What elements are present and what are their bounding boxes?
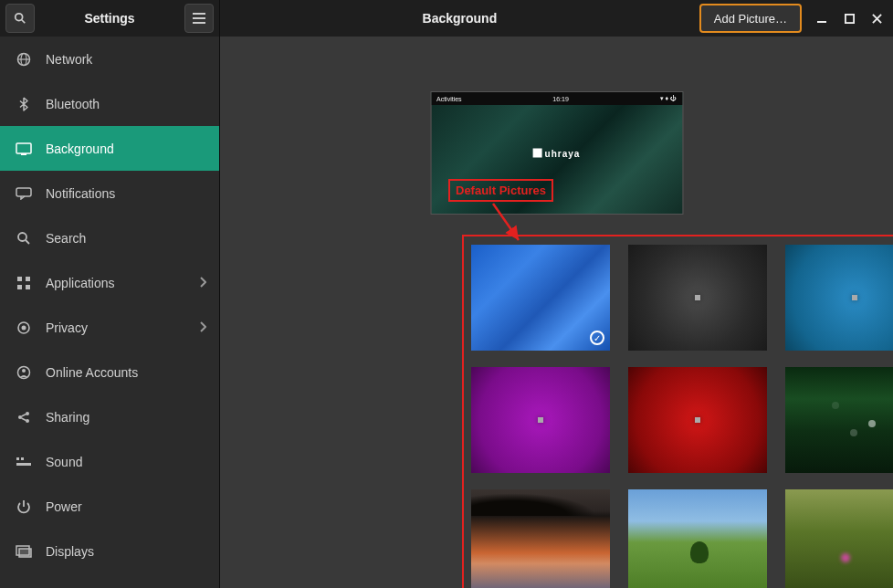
close-icon [872,14,882,24]
sidebar-item-label: Notifications [46,186,206,201]
sidebar-item-notifications[interactable]: Notifications [0,171,219,215]
titlebar-right: Background Add Picture… [220,0,893,37]
svg-rect-17 [26,285,30,289]
minimize-icon [816,13,827,24]
preview-topbar: Activities 16:19 ▾ ♦ ⏻ [431,92,682,105]
svg-rect-3 [845,14,853,22]
chevron-right-icon [199,320,206,335]
wallpaper-thumb-green-hill[interactable] [628,489,767,588]
sidebar: Network Bluetooth Background Notificatio… [0,37,220,588]
svg-point-24 [26,419,29,423]
svg-rect-11 [16,188,31,196]
svg-rect-14 [17,277,22,281]
wallpaper-thumb-red-radial[interactable] [628,367,767,473]
wallpaper-thumb-grass-flower[interactable] [785,489,893,588]
svg-line-26 [22,418,26,421]
applications-icon [13,272,35,294]
wallpaper-thumb-blue-geometric[interactable]: ✓ [471,245,610,351]
selected-check-icon: ✓ [590,331,604,345]
svg-point-12 [18,233,26,241]
preview-topbar-left: Activities [436,96,462,102]
svg-line-13 [26,240,29,244]
maximize-icon [845,14,855,24]
chevron-right-icon [199,276,206,290]
preview-brand: uhraya [533,148,581,158]
sidebar-item-displays[interactable]: Displays [0,529,219,573]
power-icon [13,496,35,518]
titlebar-left: Settings [0,0,220,37]
sidebar-item-bluetooth[interactable]: Bluetooth [0,81,219,126]
window-controls [814,11,884,26]
svg-rect-16 [17,285,22,289]
add-picture-button[interactable]: Add Picture… [699,4,802,33]
sidebar-item-applications[interactable]: Applications [0,260,219,305]
svg-point-23 [26,412,29,415]
menu-button[interactable] [184,4,214,33]
sidebar-item-online-accounts[interactable]: Online Accounts [0,350,219,394]
notifications-icon [13,183,35,205]
center-dot-icon [538,417,543,423]
privacy-icon [13,317,35,339]
svg-point-19 [22,325,26,330]
preview-topbar-icons: ▾ ♦ ⏻ [660,95,677,102]
wallpaper-thumb-dark-grey-radial[interactable] [628,245,767,351]
svg-rect-2 [817,21,826,23]
search-icon [13,227,35,249]
svg-point-21 [22,369,26,373]
sidebar-item-sound[interactable]: Sound [0,439,219,484]
sidebar-item-label: Sound [46,455,206,469]
sound-icon [13,451,35,473]
svg-rect-27 [16,457,19,460]
sidebar-item-label: Displays [46,544,206,559]
sidebar-item-search[interactable]: Search [0,215,219,260]
svg-rect-15 [26,277,30,281]
preview-topbar-time: 16:19 [552,96,569,102]
minimize-button[interactable] [814,11,829,26]
sidebar-item-label: Sharing [46,410,206,425]
center-dot-icon [695,295,700,300]
svg-rect-32 [19,549,31,557]
svg-line-25 [22,414,26,416]
sidebar-item-background[interactable]: Background [0,126,219,171]
svg-rect-10 [21,153,26,155]
search-button[interactable] [5,4,35,33]
wallpaper-thumb-blue-radial[interactable] [785,245,893,351]
bluetooth-icon [13,93,35,115]
sidebar-item-label: Search [46,231,206,246]
close-button[interactable] [869,11,884,26]
svg-rect-28 [21,457,24,460]
hamburger-icon [193,13,205,24]
wallpaper-thumb-sunset-tree[interactable] [471,489,610,588]
search-icon [14,12,26,25]
sidebar-item-network[interactable]: Network [0,37,219,81]
svg-line-1 [22,20,26,24]
sidebar-title: Settings [35,11,184,26]
sharing-icon [13,406,35,428]
sidebar-item-label: Background [46,142,206,156]
sidebar-item-power[interactable]: Power [0,484,219,529]
wallpaper-grid: ✓ [471,245,893,588]
maximize-button[interactable] [842,11,856,26]
sidebar-item-label: Privacy [46,320,199,335]
globe-icon [13,48,35,70]
sidebar-item-privacy[interactable]: Privacy [0,305,219,350]
online-accounts-icon [13,362,35,383]
sidebar-item-label: Applications [46,276,199,290]
add-picture-label: Add Picture… [714,12,787,26]
svg-point-0 [16,14,23,21]
displays-icon [13,541,35,562]
sidebar-item-label: Bluetooth [46,97,206,111]
sidebar-item-label: Power [46,499,206,514]
center-dot-icon [695,417,700,423]
wallpaper-thumb-green-leaves[interactable] [785,367,893,473]
preview-brand-text: uhraya [545,148,581,158]
wallpaper-thumb-purple-radial[interactable] [471,367,610,473]
svg-rect-9 [16,143,31,153]
main-content: Activities 16:19 ▾ ♦ ⏻ uhraya Default Pi… [220,37,893,588]
svg-rect-29 [16,463,31,466]
background-icon [13,138,35,160]
center-dot-icon [852,295,857,300]
preview-brand-icon [533,149,542,158]
sidebar-item-sharing[interactable]: Sharing [0,394,219,439]
sidebar-item-label: Network [46,52,206,67]
